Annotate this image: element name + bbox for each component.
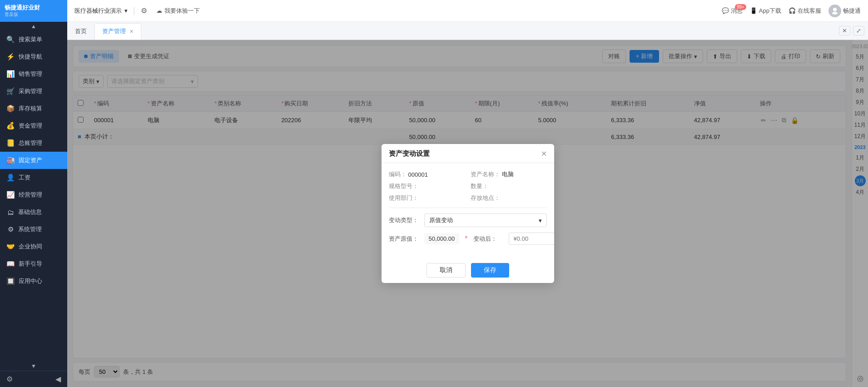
quick-nav-icon: ⚡ [6,53,15,61]
tab-home[interactable]: 首页 [67,23,94,40]
modal-title: 资产变动设置 [389,149,430,158]
sidebar-item-ledger[interactable]: 📒 总账管理 [0,134,67,152]
settings-gear-icon[interactable]: ⚙ [141,6,147,15]
sidebar-item-capital[interactable]: 💰 资金管理 [0,117,67,134]
modal-header: 资产变动设置 ✕ [382,144,554,163]
modal-spec-item: 规格型号： [389,182,465,190]
tab-asset-management[interactable]: 资产管理 ✕ [94,23,141,40]
modal-overlay: 资产变动设置 ✕ 编码： 000001 资产名称： 电脑 [67,40,868,387]
sidebar-scroll-down[interactable]: ▼ [0,362,67,371]
payroll-icon: 👤 [6,174,15,182]
trial-btn[interactable]: ☁ 我要体验一下 [156,7,200,15]
topbar-right: 💬 消息 99+ 📱 App下载 🎧 在线客服 畅捷通 [722,5,861,17]
modal-close-btn[interactable]: ✕ [541,149,547,158]
app-download-btn[interactable]: 📱 App下载 [750,7,781,15]
svg-point-1 [832,12,838,15]
message-icon: 💬 [722,7,729,14]
sidebar-item-app-center[interactable]: 🔲 应用中心 [0,273,67,290]
enterprise-icon: 🤝 [6,243,15,251]
modal-quantity-label: 数量： [471,182,488,190]
modal-name-item: 资产名称： 电脑 [471,170,547,179]
sidebar-item-label: 搜索菜单 [19,35,42,44]
sidebar-item-basic-info[interactable]: 🗂 基础信息 [0,203,67,221]
cloud-icon: ☁ [156,7,162,14]
sidebar-item-label: 应用中心 [19,277,42,285]
cancel-btn[interactable]: 取消 [427,263,466,278]
required-star: * [465,235,467,243]
sidebar-item-sales[interactable]: 📊 销售管理 [0,65,67,83]
after-value-input[interactable] [509,233,554,245]
tab-expand-button[interactable]: ⤢ [853,26,864,35]
company-name: 医疗器械行业演示 [74,7,122,15]
sidebar-bottom: ⚙ ◀ [0,371,67,387]
fixed-assets-icon: 🏭 [6,156,15,164]
modal-name-value: 电脑 [502,170,514,179]
sidebar-item-label: 企业协同 [19,243,42,251]
user-menu[interactable]: 畅捷通 [828,5,861,17]
inventory-icon: 📦 [6,104,15,113]
topbar: 医疗器械行业演示 ▾ | ⚙ ☁ 我要体验一下 💬 消息 99+ 📱 App下载… [67,0,868,22]
basic-info-icon: 🗂 [6,208,15,216]
change-type-select[interactable]: 原值变动 ▾ [424,213,547,227]
sidebar-item-label: 工资 [19,174,30,182]
app-name: 畅捷通好业财 [5,4,40,11]
tabbar: 首页 资产管理 ✕ ✕ ⤢ [67,22,868,40]
asset-tab-label: 资产管理 [102,27,126,35]
purchase-icon: 🛒 [6,87,15,95]
modal-footer: 取消 保存 [382,258,554,283]
home-tab-label: 首页 [75,27,87,35]
modal-body: 编码： 000001 资产名称： 电脑 规格型号： 数量： [382,163,554,258]
sidebar-item-quick-nav[interactable]: ⚡ 快捷导航 [0,48,67,65]
trial-label: 我要体验一下 [164,7,200,15]
guide-icon: 📖 [6,260,15,268]
sidebar-item-label: 总账管理 [19,139,42,147]
sidebar-item-label: 销售管理 [19,70,42,78]
collapse-icon[interactable]: ◀ [55,375,61,383]
app-edition: 普及版 [5,11,40,18]
sidebar-item-operations[interactable]: 📈 经营管理 [0,186,67,203]
settings-icon[interactable]: ⚙ [6,375,13,383]
app-download-label: App下载 [759,7,781,15]
sidebar-item-fixed-assets[interactable]: 🏭 固定资产 [0,152,67,169]
tab-close-button[interactable]: ✕ [839,26,850,35]
app-center-icon: 🔲 [6,277,15,285]
original-value-label: 资产原值： [389,235,421,243]
sidebar-logo: 畅捷通好业财 普及版 [0,0,67,22]
sidebar-item-enterprise[interactable]: 🤝 企业协同 [0,238,67,255]
sidebar-item-system[interactable]: ⚙ 系统管理 [0,221,67,238]
modal-storage-item: 存放地点： [471,194,547,202]
download-icon: 📱 [750,7,757,14]
content-area: 资产明细 变更生成凭证 对账 + 新增 批量操作 ▾ ⬆ [67,40,868,387]
change-type-value: 原值变动 [429,216,453,224]
company-selector[interactable]: 医疗器械行业演示 ▾ [74,7,128,15]
sidebar: 畅捷通好业财 普及版 ▲ 🔍 搜索菜单 ⚡ 快捷导航 📊 销售管理 🛒 采购管理… [0,0,67,387]
modal-storage-label: 存放地点： [471,194,500,202]
change-type-label: 变动类型： [389,216,421,224]
ledger-icon: 📒 [6,139,15,147]
modal-code-label: 编码： [389,170,407,179]
tab-close-icon[interactable]: ✕ [129,29,134,35]
online-service-btn[interactable]: 🎧 在线客服 [789,7,821,15]
modal-code-value: 000001 [408,171,428,178]
change-type-chevron-icon: ▾ [539,217,542,224]
sidebar-item-label: 快捷导航 [19,53,42,61]
username: 畅捷通 [843,7,861,15]
sidebar-item-payroll[interactable]: 👤 工资 [0,169,67,186]
sidebar-item-search[interactable]: 🔍 搜索菜单 [0,31,67,48]
sidebar-item-inventory[interactable]: 📦 库存核算 [0,100,67,117]
sidebar-item-label: 采购管理 [19,87,42,95]
sidebar-item-guide[interactable]: 📖 新手引导 [0,255,67,273]
topbar-divider: | [133,6,135,15]
sidebar-item-label: 库存核算 [19,104,42,113]
messages-btn[interactable]: 💬 消息 99+ [722,7,743,15]
save-btn[interactable]: 保存 [471,263,509,278]
sidebar-item-purchase[interactable]: 🛒 采购管理 [0,83,67,100]
modal-info-grid: 编码： 000001 资产名称： 电脑 规格型号： 数量： [389,170,547,208]
capital-icon: 💰 [6,122,15,130]
asset-change-modal: 资产变动设置 ✕ 编码： 000001 资产名称： 电脑 [382,144,554,283]
avatar [828,5,841,17]
modal-department-label: 使用部门： [389,194,418,202]
system-icon: ⚙ [6,225,15,233]
sidebar-scroll-up[interactable]: ▲ [0,22,67,31]
online-service-label: 在线客服 [798,7,821,15]
